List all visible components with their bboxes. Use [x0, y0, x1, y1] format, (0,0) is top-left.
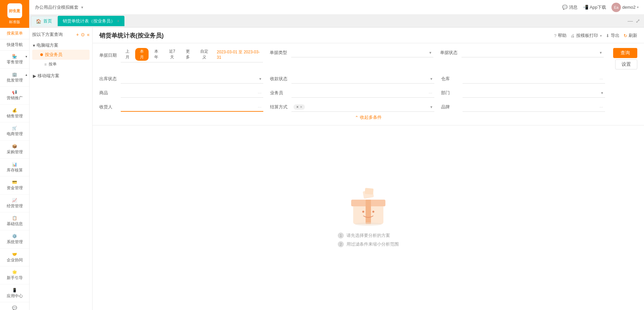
sidebar-item-label: 系统管理 — [7, 240, 23, 245]
out-status-dropdown[interactable]: ▾ — [123, 76, 261, 81]
sidebar-item-finance[interactable]: 💳 资金管理 — [0, 176, 29, 195]
refresh-btn[interactable]: ↻ 刷新 — [624, 33, 637, 39]
page-header: 销货单统计表(按业务员) ? 帮助 🖨 按模板打印 ▾ ⬇ 导出 — [93, 28, 644, 43]
dropdown-icon[interactable]: ▾ — [81, 5, 83, 10]
date-btn-this-month[interactable]: 本月 — [135, 48, 148, 61]
salesperson-dots[interactable]: ··· — [429, 90, 432, 95]
receipt-status-dropdown[interactable]: ▾ — [293, 76, 432, 81]
scheme-item-salesperson[interactable]: 按业务员 — [32, 50, 90, 60]
date-btn-this-year[interactable]: 本年 — [150, 48, 163, 61]
svg-rect-4 — [365, 188, 373, 195]
date-btn-7days[interactable]: 近7天 — [164, 48, 180, 61]
salesperson-select[interactable]: ··· — [291, 88, 434, 98]
wechat-icon: 💬 — [12, 306, 17, 310]
sidebar-item-label: 采购管理 — [7, 150, 23, 155]
sidebar-item-app-center[interactable]: 📱 应用中心 — [0, 285, 29, 303]
sidebar-search[interactable]: 搜索菜单 — [0, 28, 29, 39]
date-btn-last-month[interactable]: 上月 — [121, 48, 134, 61]
sidebar-item-sales[interactable]: 💰 销售管理 — [0, 105, 29, 123]
tab-close-icon[interactable]: × — [117, 19, 119, 23]
receipt-status-select[interactable]: ▾ — [291, 74, 434, 84]
sidebar-item-label: 批发管理 — [7, 78, 23, 83]
avatar: Ea — [611, 3, 621, 12]
maximize-icon[interactable]: ⤢ — [636, 18, 640, 24]
sidebar-item-operations[interactable]: 📈 经营管理 — [0, 195, 29, 213]
right-content: 销货单统计表(按业务员) ? 帮助 🖨 按模板打印 ▾ ⬇ 导出 — [93, 28, 644, 310]
sidebar-item-inventory[interactable]: 📊 库存核算 — [0, 159, 29, 177]
header-left: 办公用品行业模拟账套 ▾ — [35, 4, 83, 10]
edit-scheme-btn[interactable]: ⊙ — [81, 32, 85, 37]
sidebar-item-enterprise[interactable]: 🤝 企业协同 — [0, 249, 29, 267]
print-icon: 🖨 — [571, 33, 575, 38]
page-header-actions: ? 帮助 🖨 按模板打印 ▾ ⬇ 导出 ↻ 刷新 — [554, 33, 637, 39]
goods-dots[interactable]: ··· — [258, 90, 261, 95]
brand-select[interactable]: ··· — [463, 102, 605, 112]
query-button[interactable]: 查询 — [613, 48, 637, 58]
receiver-label: 收货人 — [99, 104, 118, 110]
doc-type-select[interactable]: ▾ — [291, 48, 433, 57]
collapse-panel-btn[interactable]: « — [87, 32, 90, 37]
goods-select[interactable]: ··· — [121, 88, 263, 98]
receiver-dots[interactable]: ··· — [258, 104, 261, 109]
sidebar-item-wholesale[interactable]: 🏢 批发管理 ▴ — [0, 69, 29, 87]
sidebar-item-guide[interactable]: 🌟 新手引导 — [0, 266, 29, 285]
brand-dots[interactable]: ··· — [599, 104, 603, 109]
scheme-group-desktop: ▾ 电脑端方案 按业务员 ≡ 按单 — [32, 41, 90, 69]
home-icon: 🏠 — [36, 19, 41, 24]
hint-text-1: 请先选择要分析的方案 — [346, 232, 390, 239]
user-dropdown-icon: ▾ — [637, 5, 639, 9]
receiver-input[interactable]: ··· — [121, 102, 263, 112]
app-download-btn[interactable]: 📲 App下载 — [583, 4, 606, 10]
scheme-group-desktop-title[interactable]: ▾ 电脑端方案 — [32, 41, 90, 50]
message-label: 消息 — [569, 4, 578, 10]
warehouse-select[interactable]: ··· — [463, 74, 605, 84]
hint-num-2: 2 — [338, 241, 344, 247]
sidebar-item-system[interactable]: ⚙️ 系统管理 — [0, 230, 29, 249]
sidebar-quick-nav[interactable]: 快捷导航 — [0, 39, 29, 51]
sidebar-item-label: 零售管理 — [7, 60, 23, 65]
date-btn-more[interactable]: 更多 — [181, 48, 194, 61]
user-profile[interactable]: Ea demo2 ▾ — [611, 3, 639, 12]
sidebar-item-label: 销售管理 — [7, 114, 23, 119]
add-scheme-btn[interactable]: + — [76, 32, 79, 37]
settings-button[interactable]: 设置 — [615, 59, 637, 69]
export-btn[interactable]: ⬇ 导出 — [606, 33, 620, 39]
warehouse-dots[interactable]: ··· — [599, 76, 603, 81]
doc-status-select[interactable]: ▾ — [462, 48, 604, 57]
sidebar-item-marketing[interactable]: 📢 营销推广 — [0, 87, 29, 105]
tab-home[interactable]: 🏠 首页 — [31, 16, 57, 26]
out-status-select[interactable]: ▾ — [121, 74, 263, 84]
left-panel-title: 按以下方案查询 + ⊙ « — [32, 32, 90, 38]
scheme-item-order[interactable]: ≡ 按单 — [32, 60, 90, 69]
retail-icon: 🏪 — [12, 54, 17, 59]
dept-dropdown[interactable]: ▾ — [465, 91, 603, 95]
template-print-btn[interactable]: 🖨 按模板打印 ▾ — [571, 33, 602, 39]
account-selector[interactable]: 办公用品行业模拟账套 — [35, 4, 78, 10]
sidebar-item-wechat[interactable]: 💬 企业微信 — [0, 302, 29, 310]
sidebar: 好生意 标准版 搜索菜单 快捷导航 🏪 零售管理 ▾ 🏢 批发管理 ▴ 📢 营销… — [0, 0, 30, 310]
sidebar-item-purchase[interactable]: 📦 采购管理 — [0, 141, 29, 159]
scheme-group-mobile-title[interactable]: ▶ 移动端方案 — [32, 71, 90, 80]
minimize-icon[interactable]: — — [628, 18, 633, 24]
settle-method-select[interactable]: × × ▾ — [291, 102, 434, 112]
tab-actions: — ⤢ — [628, 18, 643, 24]
settle-tag-remove[interactable]: × — [300, 105, 302, 109]
dropdown-arrow-icon2: ▾ — [600, 50, 602, 55]
tab-sales-stat[interactable]: 销货单统计表（按业务员） × — [58, 16, 124, 26]
sidebar-item-basic-info[interactable]: 📋 基础信息 — [0, 212, 29, 230]
doc-type-dropdown[interactable]: ▾ — [293, 50, 431, 55]
doc-status-dropdown[interactable]: ▾ — [464, 50, 602, 55]
collapse-filter-btn[interactable]: ⌃ 收起多条件 — [99, 114, 637, 120]
message-btn[interactable]: 💬 消息 — [562, 4, 578, 10]
sidebar-logo: 好生意 标准版 — [0, 0, 29, 28]
dept-select[interactable]: ▾ — [463, 88, 605, 98]
left-panel-title-text: 按以下方案查询 — [32, 32, 63, 38]
sidebar-item-retail[interactable]: 🏪 零售管理 ▾ — [0, 51, 29, 69]
date-btn-custom[interactable]: 自定义 — [196, 48, 213, 61]
sidebar-item-ecommerce[interactable]: 🛒 电商管理 — [0, 122, 29, 141]
receipt-status-arrow-icon: ▾ — [430, 76, 432, 81]
scheme-group-mobile: ▶ 移动端方案 — [32, 71, 90, 80]
logo-label: 标准版 — [9, 19, 20, 24]
app-center-icon: 📱 — [12, 288, 17, 293]
help-btn[interactable]: ? 帮助 — [554, 33, 567, 39]
